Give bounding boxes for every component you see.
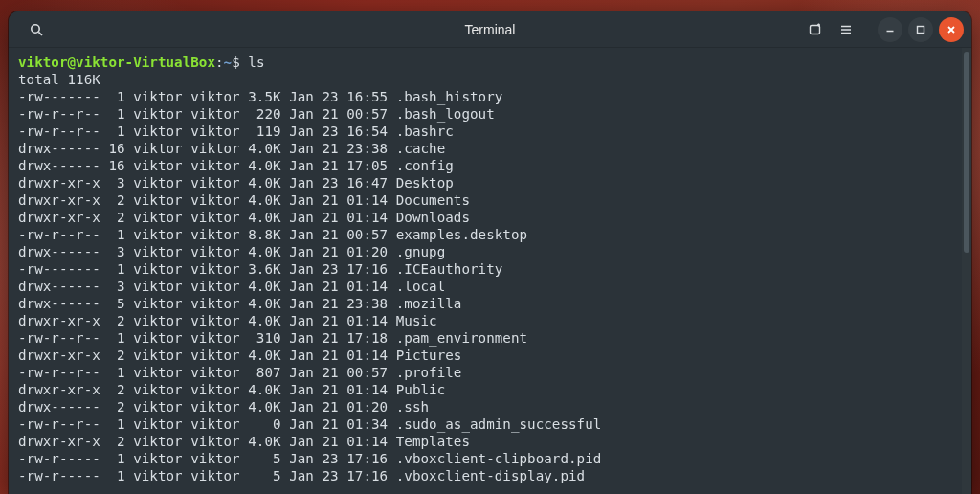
- svg-point-0: [32, 24, 39, 32]
- listing-row: drwxr-xr-x 2 viktor viktor 4.0K Jan 21 0…: [18, 381, 962, 398]
- listing-row: drwxr-xr-x 2 viktor viktor 4.0K Jan 21 0…: [18, 209, 962, 226]
- listing-row: drwx------ 3 viktor viktor 4.0K Jan 21 0…: [18, 243, 962, 260]
- listing-row: -rw-r--r-- 1 viktor viktor 220 Jan 21 00…: [18, 105, 962, 123]
- listing-row: drwxr-xr-x 3 viktor viktor 4.0K Jan 23 1…: [18, 174, 962, 191]
- total-line: total 116K: [18, 71, 962, 88]
- listing-rows: -rw------- 1 viktor viktor 3.5K Jan 23 1…: [18, 88, 962, 484]
- maximize-button[interactable]: [908, 17, 933, 42]
- listing-row: drwx------ 5 viktor viktor 4.0K Jan 21 2…: [18, 295, 962, 312]
- listing-row: -rw-r----- 1 viktor viktor 5 Jan 23 17:1…: [18, 450, 962, 467]
- listing-row: drwx------ 16 viktor viktor 4.0K Jan 21 …: [18, 157, 962, 174]
- svg-line-1: [38, 32, 42, 35]
- svg-rect-2: [811, 25, 820, 34]
- minimize-button[interactable]: [878, 17, 902, 42]
- new-tab-icon[interactable]: [803, 17, 828, 42]
- prompt-path: ~: [224, 55, 233, 70]
- listing-row: -rw------- 1 viktor viktor 3.6K Jan 23 1…: [18, 260, 962, 278]
- listing-row: drwxr-xr-x 2 viktor viktor 4.0K Jan 21 0…: [18, 347, 962, 364]
- listing-row: -rw-r----- 1 viktor viktor 5 Jan 23 17:1…: [18, 467, 962, 484]
- listing-row: drwxr-xr-x 2 viktor viktor 4.0K Jan 21 0…: [18, 312, 962, 329]
- listing-row: -rw-r--r-- 1 viktor viktor 807 Jan 21 00…: [18, 364, 962, 381]
- svg-rect-7: [918, 26, 924, 33]
- search-icon[interactable]: [24, 17, 49, 42]
- listing-row: -rw-r--r-- 1 viktor viktor 119 Jan 23 16…: [18, 123, 962, 140]
- prompt-userhost: viktor@viktor-VirtualBox: [18, 55, 215, 70]
- listing-row: drwxr-xr-x 2 viktor viktor 4.0K Jan 21 0…: [18, 191, 962, 209]
- titlebar: Terminal: [9, 11, 971, 48]
- terminal-output[interactable]: viktor@viktor-VirtualBox:~$ ls total 116…: [9, 48, 971, 494]
- scrollbar-thumb[interactable]: [964, 52, 969, 253]
- close-button[interactable]: [939, 17, 964, 42]
- listing-row: -rw-r--r-- 1 viktor viktor 8.8K Jan 21 0…: [18, 226, 962, 243]
- listing-row: drwxr-xr-x 2 viktor viktor 4.0K Jan 21 0…: [18, 433, 962, 450]
- hamburger-menu-icon[interactable]: [834, 17, 858, 42]
- terminal-window: Terminal viktor@v: [9, 11, 971, 494]
- listing-row: drwx------ 2 viktor viktor 4.0K Jan 21 0…: [18, 398, 962, 415]
- listing-row: drwx------ 3 viktor viktor 4.0K Jan 21 0…: [18, 278, 962, 295]
- scrollbar[interactable]: [962, 48, 971, 494]
- listing-row: drwx------ 16 viktor viktor 4.0K Jan 21 …: [18, 140, 962, 157]
- prompt-command: ls: [248, 55, 264, 70]
- listing-row: -rw-r--r-- 1 viktor viktor 0 Jan 21 01:3…: [18, 415, 962, 433]
- listing-row: -rw-r--r-- 1 viktor viktor 310 Jan 21 17…: [18, 329, 962, 347]
- listing-row: -rw------- 1 viktor viktor 3.5K Jan 23 1…: [18, 88, 962, 105]
- window-title: Terminal: [208, 22, 772, 37]
- prompt-line: viktor@viktor-VirtualBox:~$ ls: [18, 54, 962, 71]
